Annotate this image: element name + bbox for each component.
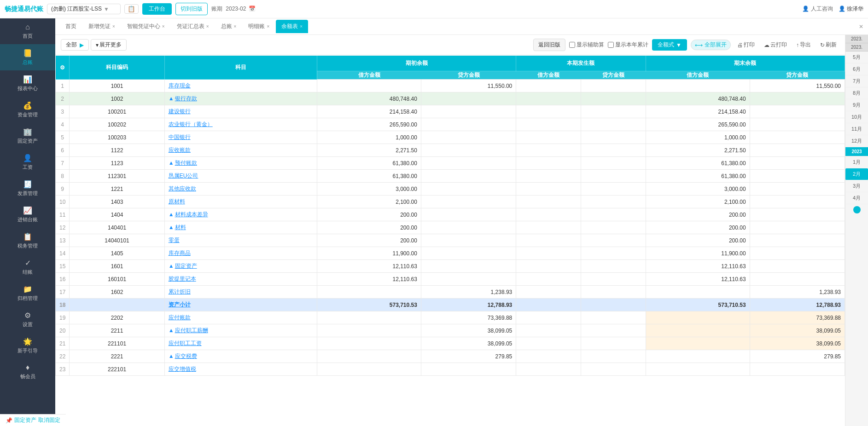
tab-smart-center[interactable]: 智能凭证中心× (122, 20, 170, 33)
period-month-2[interactable]: 2月 (845, 168, 868, 180)
close-all-tabs[interactable]: ✕ (859, 23, 863, 30)
copy-button[interactable]: 📋 (124, 4, 139, 14)
name-link[interactable]: 中国银行 (169, 134, 191, 140)
name-link[interactable]: 应交增值税 (169, 366, 196, 372)
sidebar-item-reports[interactable]: 📊报表中心 (0, 70, 55, 97)
name-link[interactable]: 应付职工薪酬 (175, 327, 208, 334)
switch-version-button[interactable]: 切到旧版 (175, 3, 208, 15)
period-month-1[interactable]: 1月 (845, 156, 868, 168)
sidebar-item-sales[interactable]: 📈进销台账 (0, 201, 55, 228)
period-month-11[interactable]: 11月 (845, 123, 868, 135)
name-link[interactable]: 原材料 (169, 198, 185, 205)
sidebar-item-tax[interactable]: 📋税务管理 (0, 228, 55, 254)
refresh-button[interactable]: ↻ 刷新 (817, 40, 839, 50)
name-link[interactable]: 材料成本差异 (175, 211, 208, 218)
name-link[interactable]: 预付账款 (175, 160, 197, 166)
period-month-10[interactable]: 10月 (845, 111, 868, 123)
name-link[interactable]: 库存商品 (169, 250, 191, 256)
name-link[interactable]: 恳属EU公司 (169, 173, 198, 179)
sidebar-item-guide[interactable]: 🌟新手引导 (0, 333, 55, 359)
sidebar-item-archive[interactable]: 📁归档管理 (0, 280, 55, 306)
company-selector[interactable]: (勿删) 江西股宝-LSS ▼ (47, 4, 121, 14)
expand-icon[interactable]: ▲ (169, 327, 174, 334)
expand-icon[interactable]: ▲ (169, 95, 174, 102)
tab-home[interactable]: 首页 (60, 20, 82, 33)
tab-voucher-summary[interactable]: 凭证汇总表× (171, 20, 215, 33)
period-month-3[interactable]: 3月 (845, 180, 868, 192)
period-month-5[interactable]: 5月 (845, 52, 868, 63)
tab-close-detail[interactable]: × (267, 24, 269, 29)
sidebar-item-home[interactable]: ⌂首页 (0, 18, 55, 44)
tab-close-voucher-summary[interactable]: × (206, 24, 209, 29)
sidebar-label-invoice: 发票管理 (17, 190, 38, 197)
pb-debit: 12,110.63 (317, 273, 421, 286)
cp-debit (516, 311, 581, 324)
show-year-checkbox[interactable]: 显示本年累计 (608, 41, 648, 49)
name-link[interactable]: 建设银行 (169, 108, 191, 115)
expand-icon[interactable]: ▲ (169, 224, 174, 230)
name-link[interactable]: 其他应收款 (169, 185, 196, 192)
name-link[interactable]: 累计折旧 (169, 288, 191, 295)
name-link[interactable]: 应交税费 (175, 353, 197, 359)
pb-debit: 61,380.00 (317, 157, 421, 170)
period-month-7[interactable]: 7月 (845, 75, 868, 87)
expand-more-button[interactable]: ▾ 展开更多 (91, 39, 127, 51)
settings-col-header[interactable]: ⚙ (56, 56, 70, 80)
full-mode-button[interactable]: 全额式 ▼ (652, 39, 687, 51)
sidebar-item-settings[interactable]: ⚙设置 (0, 306, 55, 333)
tab-close-ledger[interactable]: × (234, 24, 237, 29)
user-name[interactable]: 👤 徐泽华 (839, 5, 863, 13)
name-link[interactable]: 银行存款 (175, 95, 197, 102)
expand-icon[interactable]: ▲ (169, 211, 174, 218)
sidebar-icon-settlement: ✓ (25, 259, 31, 267)
period-month-4[interactable]: 4月 (845, 192, 868, 204)
name-link[interactable]: 固定资产 (175, 263, 197, 269)
cp-credit (581, 80, 646, 92)
row-name: 库存现金 (164, 80, 317, 92)
period-month-12[interactable]: 12月 (845, 135, 868, 147)
sidebar-item-member[interactable]: ♦畅会员 (0, 359, 55, 385)
tab-ledger[interactable]: 总账× (216, 20, 242, 33)
table-row: 11001库存现金11,550.0011,550.00 (56, 80, 845, 92)
expand-icon[interactable]: ▲ (169, 263, 174, 269)
expand-icon[interactable]: ▲ (169, 353, 174, 359)
period-month-6[interactable]: 6月 (845, 63, 868, 75)
export-button[interactable]: ↑ 导出 (793, 40, 814, 50)
return-old-version-button[interactable]: 返回旧版 (533, 39, 565, 51)
tab-close-balance[interactable]: × (300, 24, 303, 29)
period-month-9[interactable]: 9月 (845, 99, 868, 111)
sidebar-item-settlement[interactable]: ✓结账 (0, 254, 55, 280)
user-service[interactable]: 👤 人工咨询 (802, 5, 833, 13)
tab-new-voucher[interactable]: 新增凭证× (83, 20, 121, 33)
sidebar-item-salary[interactable]: 👤工资 (0, 149, 55, 175)
tab-close-new-voucher[interactable]: × (112, 24, 115, 29)
name-link[interactable]: 资产小计 (169, 301, 191, 308)
tab-detail[interactable]: 明细账× (243, 20, 275, 33)
all-filter-button[interactable]: 全部 ▶ (61, 39, 89, 51)
workbench-button[interactable]: 工作台 (142, 3, 172, 15)
name-link[interactable]: 应付职工工资 (169, 340, 202, 346)
name-link[interactable]: 胶提里记本 (169, 276, 196, 282)
pin-assets-bar[interactable]: 📌 固定资产取消固定 (0, 414, 66, 426)
cloud-print-button[interactable]: ☁ 云打印 (761, 40, 790, 50)
name-link[interactable]: 应收账款 (169, 147, 191, 153)
name-link[interactable]: 库存现金 (169, 82, 191, 89)
sidebar-icon-reports: 📊 (23, 75, 32, 84)
show-aux-checkbox[interactable]: 显示辅助算 (569, 41, 604, 49)
expand-all-toggle[interactable]: ⟷ 全部展开 (691, 40, 731, 50)
expand-icon[interactable]: ▲ (169, 160, 174, 166)
name-link[interactable]: 材料 (175, 224, 186, 230)
sidebar-item-ledger[interactable]: 📒总账 (0, 44, 55, 70)
name-link[interactable]: 农业银行（黄金） (169, 121, 213, 127)
tab-close-smart-center[interactable]: × (162, 24, 165, 29)
period-nav-icon[interactable] (853, 206, 861, 213)
name-link[interactable]: 应付账款 (169, 314, 191, 321)
name-link[interactable]: 零蛋 (169, 237, 180, 243)
print-button[interactable]: 🖨 打印 (734, 40, 757, 50)
sidebar-item-invoice[interactable]: 🧾发票管理 (0, 175, 55, 201)
period-month-8[interactable]: 8月 (845, 87, 868, 99)
tab-balance[interactable]: 余额表× (276, 20, 308, 33)
sidebar-item-assets[interactable]: 🏢固定资产 (0, 123, 55, 149)
sidebar-item-capital[interactable]: 💰资金管理 (0, 97, 55, 123)
cp-debit (516, 131, 581, 144)
